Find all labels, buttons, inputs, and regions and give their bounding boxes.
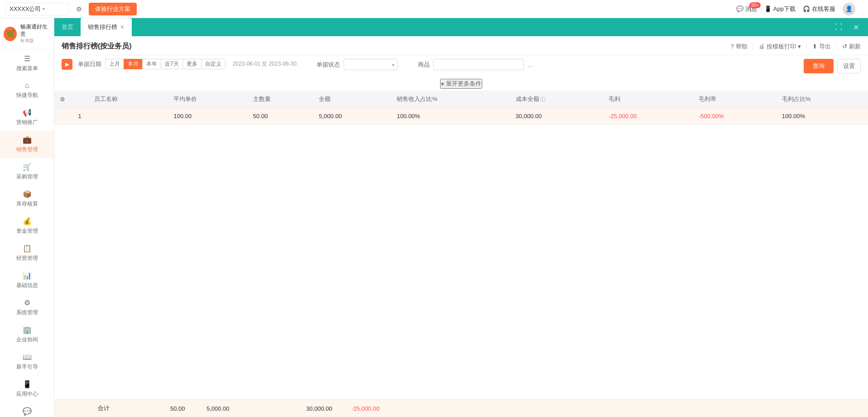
- cell-amount: 5,000.00: [313, 108, 391, 125]
- refresh-button[interactable]: ↺ 刷新: [842, 43, 861, 51]
- expand-more-label: 展开更多条件: [446, 80, 481, 88]
- maximize-icon[interactable]: ⛶: [831, 23, 846, 31]
- column-gross-pct: 毛利占比%: [777, 91, 868, 108]
- status-label: 单据状态: [317, 61, 340, 69]
- cell-rank: 1: [71, 108, 89, 125]
- date-tab-this-year[interactable]: 本年: [142, 59, 161, 69]
- date-tab-this-month[interactable]: 本月: [124, 59, 142, 69]
- filter-right: 查询 设置: [804, 59, 861, 73]
- column-amount: 全额: [313, 91, 391, 108]
- more-options-icon[interactable]: …: [528, 61, 534, 68]
- mobile-icon: 📱: [764, 5, 772, 12]
- app-download-button[interactable]: 📱 App下载: [764, 5, 796, 13]
- date-tab-7days[interactable]: 近7天: [161, 59, 182, 69]
- logo-area: 🌿 畅康通好生意 标准版: [0, 18, 54, 50]
- user-icon: 👤: [845, 5, 853, 12]
- status-filter: 单据状态: [317, 59, 398, 70]
- sidebar-item-sales[interactable]: 💼 销售管理: [0, 131, 54, 158]
- sidebar-item-operation[interactable]: 📋 经营管理: [0, 240, 54, 267]
- basic-info-icon: 📊: [23, 271, 32, 280]
- sidebar: 🌿 畅康通好生意 标准版 ☰ 搜索菜单 ⌂ 快捷导航 📢 营销推广 💼 销售管理…: [0, 18, 54, 417]
- footer-row: 合计 50.00 5,000.00 30,000.00 -25,000.00: [60, 404, 863, 412]
- close-icon[interactable]: ✕: [120, 24, 125, 30]
- date-tab-last-month[interactable]: 上月: [105, 59, 124, 69]
- export-button[interactable]: ⬆ 导出: [812, 43, 831, 51]
- cost-info-icon[interactable]: ⓘ: [540, 96, 545, 102]
- tab-home-label: 首页: [62, 23, 73, 31]
- top-right: 💬 消息 99+ 📱 App下载 🎧 在线客服 👤: [736, 3, 863, 15]
- tab-home[interactable]: 首页: [54, 18, 81, 36]
- sidebar-item-quick-nav[interactable]: ⌂ 快捷导航: [0, 77, 54, 104]
- tab-close-all: ⛶ ✕: [826, 23, 868, 32]
- app-download-label: App下载: [773, 5, 796, 13]
- logo-sub: 标准版: [20, 38, 50, 44]
- footer-cost: 30,000.00: [301, 405, 346, 412]
- table-container: ⚙ 员工名称 平均单价 主数量 全额 销售收入占比% 成本全额ⓘ 毛利 毛利率: [54, 91, 868, 399]
- template-print-button[interactable]: 🖨 按模板打印 ▾: [759, 43, 801, 51]
- expand-more-button[interactable]: ▾ 展开更多条件: [440, 79, 482, 89]
- chevron-down-icon: ▾: [798, 43, 801, 50]
- avatar[interactable]: 👤: [843, 3, 855, 15]
- column-employee: 员工名称: [89, 91, 168, 108]
- date-tab-custom[interactable]: 自定义: [201, 59, 225, 69]
- footer-amount: 5,000.00: [201, 405, 246, 412]
- cell-cost: 30,000.00: [510, 108, 603, 125]
- date-tab-more[interactable]: 更多: [182, 59, 201, 69]
- cell-gross-pct: 100.00%: [777, 108, 868, 125]
- home-icon: ⌂: [25, 81, 29, 90]
- goods-input[interactable]: [433, 59, 524, 70]
- sidebar-item-finance[interactable]: 💰 资金管理: [0, 212, 54, 240]
- chevron-down-icon: ▾: [43, 6, 45, 11]
- goods-filter: 商品 …: [418, 59, 534, 70]
- page-header: 销售排行榜(按业务员) ? 帮助 🖨 按模板打印 ▾ ⬆: [54, 36, 868, 55]
- column-settings[interactable]: ⚙: [54, 91, 71, 108]
- cell-quantity: 50.00: [248, 108, 313, 125]
- sidebar-item-label: 销售管理: [16, 146, 38, 153]
- page-content: 销售排行榜(按业务员) ? 帮助 🖨 按模板打印 ▾ ⬆: [54, 36, 868, 417]
- query-button[interactable]: 查询: [804, 59, 834, 73]
- table-header-row: ⚙ 员工名称 平均单价 主数量 全额 销售收入占比% 成本全额ⓘ 毛利 毛利率: [54, 91, 868, 108]
- tab-sales-rank-label: 销售排行榜: [88, 23, 117, 31]
- inventory-icon: 📦: [23, 190, 32, 198]
- content-area: 首页 销售排行榜 ✕ ⛶ ✕ 销售排行榜(按业务员) ? 帮助: [54, 18, 868, 417]
- cell-employee: [89, 108, 168, 125]
- export-icon: ⬆: [812, 43, 817, 50]
- collapse-button[interactable]: ▶: [62, 59, 72, 70]
- column-rank: [71, 91, 89, 108]
- sidebar-item-inventory[interactable]: 📦 库存核算: [0, 185, 54, 212]
- divider: [753, 43, 753, 50]
- trial-button[interactable]: 体验行业方案: [89, 3, 137, 15]
- company-selector[interactable]: XXXXX公司 ▾: [5, 3, 69, 15]
- help-button[interactable]: ? 帮助: [731, 43, 748, 51]
- sidebar-item-search[interactable]: ☰ 搜索菜单: [0, 50, 54, 77]
- sidebar-item-label: 基础信息: [16, 282, 38, 289]
- tab-sales-rank[interactable]: 销售排行榜 ✕: [81, 18, 132, 36]
- sidebar-item-label: 应用中心: [16, 390, 38, 398]
- sidebar-item-basic-info[interactable]: 📊 基础信息: [0, 267, 54, 294]
- sidebar-item-wechat[interactable]: 💬 企业微信: [0, 403, 54, 417]
- sidebar-item-system[interactable]: ⚙ 系统管理: [0, 294, 54, 321]
- sidebar-item-label: 企业协同: [16, 336, 38, 344]
- sidebar-item-guide[interactable]: 📖 新手引导: [0, 348, 54, 375]
- column-gross: 毛利: [603, 91, 693, 108]
- logo-text: 畅康通好生意: [20, 24, 50, 38]
- sidebar-item-enterprise[interactable]: 🏢 企业协同: [0, 321, 54, 348]
- status-select[interactable]: [344, 59, 398, 70]
- cell-settings: [54, 108, 71, 125]
- table-settings-button[interactable]: 设置: [837, 59, 861, 73]
- sidebar-item-purchase[interactable]: 🛒 采购管理: [0, 158, 54, 185]
- settings-icon-btn[interactable]: ⚙: [72, 3, 85, 15]
- message-badge: 99+: [749, 2, 761, 8]
- message-button[interactable]: 💬 消息 99+: [736, 5, 757, 13]
- data-table: ⚙ 员工名称 平均单价 主数量 全额 销售收入占比% 成本全额ⓘ 毛利 毛利率: [54, 91, 868, 125]
- sidebar-item-marketing[interactable]: 📢 营销推广: [0, 104, 54, 131]
- wechat-icon: 💬: [23, 407, 32, 416]
- help-label: 帮助: [736, 43, 748, 51]
- company-name: XXXXX公司: [10, 5, 41, 13]
- sidebar-item-app-center[interactable]: 📱 应用中心: [0, 375, 54, 403]
- close-all-icon[interactable]: ✕: [849, 23, 863, 32]
- goods-label: 商品: [418, 61, 430, 69]
- chevron-down-icon: ▾: [441, 81, 444, 87]
- filter-section: ▶ 单据日期 上月 本月 本年 近7天 更多 自定义 2023-06-01 至 …: [54, 55, 868, 91]
- online-service-button[interactable]: 🎧 在线客服: [803, 5, 835, 13]
